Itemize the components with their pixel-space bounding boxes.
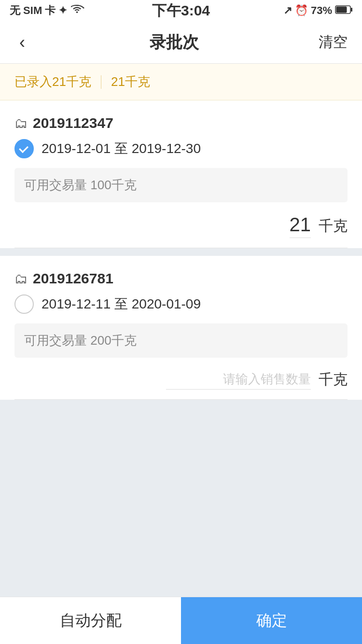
batch-1-quantity-box: 可用交易量 100千克 bbox=[14, 168, 348, 202]
batch-2-input-row[interactable]: 千克 bbox=[14, 358, 348, 400]
confirm-button[interactable]: 确定 bbox=[181, 597, 362, 644]
total-amount: 21千克 bbox=[111, 73, 150, 90]
status-right: ↗ ⏰ 73% bbox=[283, 4, 352, 17]
page-title: 录批次 bbox=[150, 31, 199, 54]
info-bar: 已录入21千克 21千克 bbox=[0, 64, 362, 100]
batch-2-icon: 🗂 bbox=[14, 271, 28, 287]
batch-1-quantity-label: 可用交易量 100千克 bbox=[24, 178, 137, 192]
batch-2-quantity-box: 可用交易量 200千克 bbox=[14, 323, 348, 358]
batch-2-radio[interactable] bbox=[14, 294, 34, 314]
footer: 自动分配 确定 bbox=[0, 597, 362, 644]
batch-2-header: 🗂 2019126781 bbox=[14, 270, 348, 287]
status-time: 下午3:04 bbox=[152, 1, 210, 21]
status-left: 无 SIM 卡 ✦ bbox=[10, 3, 84, 18]
batch-card-2: 🗂 2019126781 2019-12-11 至 2020-01-09 可用交… bbox=[0, 256, 362, 400]
batch-card-1: 🗂 2019112347 2019-12-01 至 2019-12-30 可用交… bbox=[0, 100, 362, 248]
recorded-amount: 已录入21千克 bbox=[14, 73, 91, 90]
batch-1-id: 2019112347 bbox=[33, 115, 113, 131]
location-icon: ↗ bbox=[283, 4, 292, 17]
battery-text: 73% bbox=[311, 4, 332, 17]
nav-bar: ‹ 录批次 清空 bbox=[0, 21, 362, 64]
batch-1-radio[interactable] bbox=[14, 139, 34, 158]
batch-1-date-row: 2019-12-01 至 2019-12-30 bbox=[14, 139, 348, 158]
svg-rect-1 bbox=[351, 8, 352, 12]
info-divider bbox=[101, 75, 101, 89]
batch-2-unit: 千克 bbox=[319, 370, 348, 390]
batch-1-value: 21 bbox=[290, 214, 311, 235]
batch-1-header: 🗂 2019112347 bbox=[14, 115, 348, 131]
auto-distribute-button[interactable]: 自动分配 bbox=[0, 597, 181, 644]
battery-icon bbox=[335, 4, 352, 17]
batch-2-sale-input[interactable] bbox=[166, 369, 311, 387]
batch-1-unit: 千克 bbox=[319, 216, 348, 236]
status-bar: 无 SIM 卡 ✦ 下午3:04 ↗ ⏰ 73% bbox=[0, 0, 362, 21]
wifi-icon bbox=[71, 4, 84, 17]
bottom-area bbox=[0, 400, 362, 602]
no-sim-text: 无 SIM 卡 ✦ bbox=[10, 3, 67, 18]
batch-1-icon: 🗂 bbox=[14, 115, 28, 131]
batch-2-date-row: 2019-12-11 至 2020-01-09 bbox=[14, 294, 348, 314]
batch-1-underline: 21 bbox=[290, 214, 311, 238]
back-button[interactable]: ‹ bbox=[14, 28, 30, 57]
svg-rect-2 bbox=[336, 7, 347, 13]
batch-1-input-row: 21 千克 bbox=[14, 202, 348, 248]
clear-button[interactable]: 清空 bbox=[319, 32, 348, 52]
section-separator bbox=[0, 248, 362, 256]
batch-1-date: 2019-12-01 至 2019-12-30 bbox=[42, 140, 201, 158]
batch-2-input-wrapper bbox=[166, 369, 311, 390]
alarm-icon: ⏰ bbox=[295, 4, 308, 17]
batch-2-quantity-label: 可用交易量 200千克 bbox=[24, 333, 137, 348]
batch-2-id: 2019126781 bbox=[33, 270, 113, 287]
batch-2-date: 2019-12-11 至 2020-01-09 bbox=[42, 295, 201, 313]
